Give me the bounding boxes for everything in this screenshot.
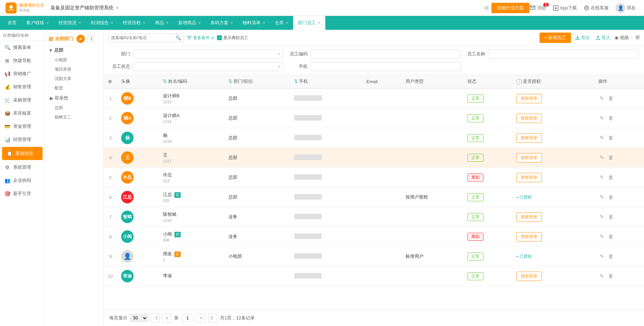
col-dept-pos[interactable]: ⇅ 部门/职位 [224,75,290,88]
authorize-btn[interactable]: 授权登录 [516,114,542,123]
sidebar-search-input[interactable] [3,33,45,38]
dept-item-root[interactable]: ▼ 总部 [45,45,103,55]
user-area[interactable]: 👤 用友 [616,3,636,13]
close-tab-history[interactable]: × [143,20,145,25]
tab-warehouse[interactable]: 仓库 × [270,16,293,30]
authorize-btn[interactable]: 授权登录 [516,272,542,281]
edit-btn[interactable]: ✎ [598,193,606,201]
close-tab-bom[interactable]: × [263,20,265,25]
show-resigned-toggle[interactable]: ✓ 显示离职员工 [217,35,248,41]
sidebar-item-operations[interactable]: 📊 经营管理 [0,133,45,146]
authorize-btn[interactable]: 授权登录 [516,133,542,143]
sidebar-item-guide[interactable]: 🎯 新手引导 [0,187,45,200]
col-name-code[interactable]: ⇅ 姓名/编码 [159,75,224,88]
tab-profit[interactable]: 利润报告 × [86,16,118,30]
tab-goods[interactable]: 商品 × [150,16,173,30]
delete-btn[interactable]: 🗑 [607,154,615,161]
delete-btn[interactable]: 🗑 [607,272,615,280]
edit-btn[interactable]: ✎ [598,272,606,280]
tab-customer[interactable]: 客户联络 × [21,16,54,30]
dept-item-xiaodibu[interactable]: 小电部 [45,55,103,65]
dept-item-shenyang[interactable]: 沈阳大库 [45,74,103,83]
tab-barcode[interactable]: 条码方案 × [206,16,238,30]
edit-btn[interactable]: ✎ [598,154,606,161]
page-size-select[interactable]: 50 100 200 [130,314,148,322]
search-input[interactable] [111,35,173,40]
dept-item-zongbu[interactable]: 总部 [45,103,103,113]
edit-btn[interactable]: ✎ [598,114,606,122]
sidebar-item-finance[interactable]: 💳 资金管理 [0,120,45,133]
col-phone[interactable]: ⇅ 手机 [290,75,362,88]
authorize-btn[interactable]: 授权登录 [516,94,542,103]
last-page-btn[interactable]: 》 [208,314,217,323]
edit-btn[interactable]: ✎ [598,253,606,260]
col-settings[interactable]: ⚙ [104,75,117,88]
prev-page-btn[interactable]: ＜ [162,314,171,323]
experience-btn[interactable]: 体验行业方案 [491,3,529,13]
authorize-btn[interactable]: 授权登录 [516,232,542,241]
delete-btn[interactable]: 🗑 [607,193,615,201]
dept-filter-select[interactable]: ▾ [133,50,283,59]
sidebar-item-basics[interactable]: 📋 基础信息 [2,147,43,160]
close-tab-department[interactable]: × [318,20,320,25]
close-tab-barcode[interactable]: × [230,20,233,25]
close-tab-add-goods[interactable]: × [198,20,201,25]
delete-btn[interactable]: 🗑 [607,253,615,260]
edit-btn[interactable]: ✎ [598,95,606,102]
dept-item-distribution[interactable]: 配货 [45,83,103,93]
delete-btn[interactable]: 🗑 [607,114,615,122]
next-page-btn[interactable]: ＞ [197,314,206,323]
authorize-btn[interactable]: 授权登录 [516,173,542,182]
close-tab-customer[interactable]: × [46,20,49,25]
close-tab-goods[interactable]: × [166,20,169,25]
sidebar-item-search[interactable]: 🔍 搜索菜单 [0,41,45,54]
close-tab-warehouse[interactable]: × [286,20,288,25]
close-tab-profit[interactable]: × [111,20,113,25]
tab-home[interactable]: 首页 [3,16,21,30]
dept-tree-edit-btn[interactable] [76,35,85,43]
sidebar-item-collab[interactable]: 👥 企业协同 [0,174,45,187]
edit-btn[interactable]: ✎ [598,174,606,181]
dropdown-arrow-icon[interactable]: ▾ [116,6,118,10]
delete-btn[interactable]: 🗑 [607,95,615,102]
delete-btn[interactable]: 🗑 [607,134,615,141]
online-service-btn[interactable]: 在线客服 [584,5,609,11]
tab-add-goods[interactable]: 新增商品 × [173,16,206,30]
sidebar-item-purchase[interactable]: 🛒 采购管理 [0,94,45,107]
export-btn[interactable]: 导出 [574,33,591,42]
collapse-tree-btn[interactable]: 《 [87,35,94,42]
tab-department[interactable]: 部门员工 × [293,16,325,30]
edit-btn[interactable]: ✎ [598,213,606,220]
delete-btn[interactable]: 🗑 [607,233,615,240]
tab-bom[interactable]: 物料清单 × [238,16,270,30]
status-filter-select[interactable]: ▾ [133,62,283,71]
delete-btn[interactable]: 🗑 [607,174,615,181]
sidebar-item-quicknav[interactable]: ⊞ 快捷导航 [0,54,45,67]
more-filter-btn[interactable]: 更多条件 ∧ [187,35,214,41]
sidebar-item-sales[interactable]: 💰 销售管理 [0,80,45,94]
dept-item-project[interactable]: 项目库房 [45,65,103,74]
authorize-btn[interactable]: 授权登录 [516,153,542,162]
sidebar-item-system[interactable]: ⚙ 系统管理 [0,161,45,174]
add-employee-btn[interactable]: + 新增员工 [539,33,571,43]
employee-name-input[interactable] [488,50,638,59]
delete-btn[interactable]: 🗑 [607,213,615,220]
phone-filter-input[interactable] [310,62,461,71]
message-btn[interactable]: 消息 6 [529,5,546,11]
tab-operations[interactable]: 经营情况 × [54,16,86,30]
app-download-btn[interactable]: App下载 [553,5,577,11]
help-btn[interactable]: 帮 [635,35,640,41]
dept-item-zhushu[interactable]: 植树王二 [45,113,103,122]
first-page-btn[interactable]: 《 [151,314,160,323]
edit-btn[interactable]: ✎ [598,233,606,240]
dept-item-shuangzuo[interactable]: ▶ 双座想 [45,93,103,103]
view-toggle-btn[interactable]: ◉ 视频 [615,35,629,41]
tab-history[interactable]: 经营历程 × [118,16,150,30]
import-btn[interactable]: 导入 [594,33,612,42]
close-tab-operations[interactable]: × [79,20,81,25]
settings-button[interactable] [482,3,491,13]
authorize-btn[interactable]: 授权登录 [516,212,542,222]
employee-code-input[interactable] [310,50,461,59]
sidebar-item-inventory[interactable]: 📦 库存核算 [0,107,45,120]
current-page-input[interactable] [181,315,194,321]
